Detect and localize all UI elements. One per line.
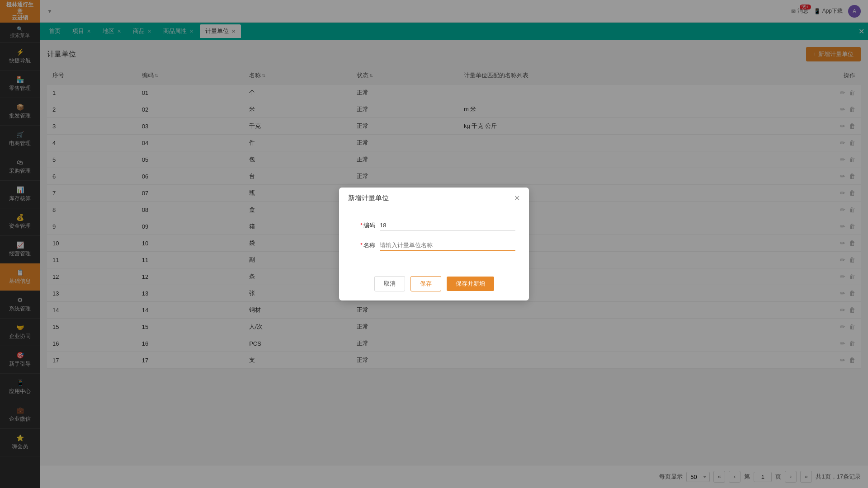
cancel-button[interactable]: 取消: [374, 276, 405, 291]
modal-footer: 取消 保存 保存并新增: [339, 271, 529, 300]
modal-header: 新增计量单位 ✕: [339, 188, 529, 209]
code-input[interactable]: [380, 220, 515, 231]
modal-title: 新增计量单位: [348, 194, 389, 202]
add-unit-modal: 新增计量单位 ✕ *编码 *名称 取消 保存 保存并新增: [339, 188, 529, 300]
code-field-row: *编码: [353, 220, 515, 231]
save-button[interactable]: 保存: [410, 276, 441, 291]
code-label: *编码: [353, 221, 375, 230]
modal-body: *编码 *名称: [339, 209, 529, 271]
save-and-new-button[interactable]: 保存并新增: [447, 277, 494, 291]
name-input[interactable]: [380, 240, 515, 251]
modal-overlay[interactable]: 新增计量单位 ✕ *编码 *名称 取消 保存 保存并新增: [0, 0, 868, 488]
name-field-row: *名称: [353, 240, 515, 251]
name-label: *名称: [353, 241, 375, 249]
modal-close-button[interactable]: ✕: [514, 194, 520, 202]
